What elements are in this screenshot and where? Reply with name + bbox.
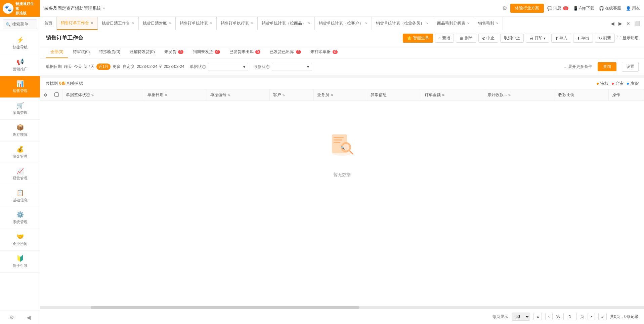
tab-profit[interactable]: 销售毛利 ✕ — [474, 17, 503, 30]
filter-date-yesterday[interactable]: 昨天 — [64, 64, 72, 70]
filter-payment-select[interactable]: ▾ — [272, 63, 312, 71]
sidebar-item-sales[interactable]: 📊 销售管理 — [0, 76, 40, 98]
filter-settings-button[interactable]: 设置 — [622, 62, 639, 72]
user-action[interactable]: 👤 用友 — [626, 5, 640, 11]
logo-line2: 标准版 — [15, 11, 37, 15]
subtab-shipped-stored[interactable]: 已发货已出库 0 — [265, 46, 306, 58]
sidebar-search[interactable]: 🔍 搜索菜单 — [0, 17, 40, 32]
sidebar-footer: ⚙ ◀ — [0, 311, 40, 324]
col-number[interactable]: 单据编号 ⇅ — [207, 89, 270, 101]
export-button[interactable]: ⬇ 导出 — [573, 34, 593, 43]
sidebar-item-system[interactable]: ⚙️ 系统管理 — [0, 207, 40, 229]
tab-sales-stats[interactable]: 销售订单统计表 ✕ — [176, 17, 217, 30]
tabs-scroll-right[interactable]: ▶ — [617, 20, 624, 27]
tab-cash-reconcile-close[interactable]: ✕ — [169, 22, 171, 25]
delete-button[interactable]: 🗑 删除 — [456, 34, 476, 43]
first-page-button[interactable]: « — [533, 313, 542, 320]
tab-cash-daily[interactable]: 钱货日清工作台 ✕ — [98, 17, 139, 30]
tab-sales-exec[interactable]: 销售订单执行表 ✕ — [217, 17, 258, 30]
tab-margin[interactable]: 商品毛利分析表 ✕ — [433, 17, 474, 30]
tab-sales-stats-close[interactable]: ✕ — [210, 22, 212, 25]
tab-cash-daily-close[interactable]: ✕ — [132, 22, 134, 25]
prev-page-button[interactable]: ‹ — [545, 313, 553, 320]
expand-filter-button[interactable]: ⌄ 展开更多条件 — [564, 64, 592, 70]
tab-sales-workbench[interactable]: 销售订单工作台 ✕ — [57, 17, 98, 30]
app-download-action[interactable]: 📱 App下载 — [573, 5, 594, 11]
tabs-maximize[interactable]: ⬜ — [633, 20, 641, 27]
filter-date-today[interactable]: 今天 — [74, 64, 82, 70]
tab-margin-close[interactable]: ✕ — [467, 22, 470, 25]
tab-home[interactable]: 首页 — [40, 17, 57, 30]
tab-summary-staff-close[interactable]: ✕ — [426, 22, 429, 25]
tab-summary-staff[interactable]: 销货单统计表（按业务员） ✕ — [372, 17, 433, 30]
footer-collapse-icon[interactable]: ◀ — [27, 314, 31, 321]
query-button[interactable]: 查询 — [598, 62, 616, 71]
review-button[interactable]: 审核 — [597, 81, 608, 86]
sidebar-item-inventory[interactable]: 📦 库存核算 — [0, 120, 40, 141]
subtab-pending-inspect[interactable]: 待拣验货(0) — [94, 46, 125, 58]
subtab-all[interactable]: 全部(0) — [46, 46, 68, 58]
sidebar-item-marketing[interactable]: 📢 营销推广 — [0, 54, 40, 76]
col-customer[interactable]: 客户 ⇅ — [270, 89, 314, 101]
tab-summary-customer-close[interactable]: ✕ — [365, 22, 368, 25]
tab-sales-workbench-close[interactable]: ✕ — [91, 21, 93, 25]
col-status[interactable]: 单据整体状态 ⇅ — [62, 89, 144, 101]
filter-date-1month[interactable]: 近1月 — [96, 64, 111, 70]
tab-summary-product[interactable]: 销货单统计表（按商品） ✕ — [258, 17, 315, 30]
ship-button[interactable]: 发货 — [627, 81, 639, 86]
subtab-unprinted[interactable]: 未打印单据 0 — [306, 46, 342, 58]
unreviewed-button[interactable]: 弃审 — [612, 81, 624, 86]
filter-status-select[interactable]: ▾ — [208, 63, 248, 71]
tab-profit-close[interactable]: ✕ — [496, 22, 499, 25]
next-page-button[interactable]: › — [588, 313, 595, 320]
sidebar-item-finance[interactable]: 💰 资金管理 — [0, 141, 40, 163]
subtab-unshipped[interactable]: 未发货 0 — [160, 46, 188, 58]
subtab-pending-review[interactable]: 待审核(0) — [68, 46, 95, 58]
filter-date-7days[interactable]: 近7天 — [84, 64, 94, 70]
scrollbar-thumb[interactable] — [91, 306, 359, 309]
per-page-select[interactable]: 50 10 20 100 — [512, 313, 530, 321]
horizontal-scrollbar[interactable] — [40, 306, 644, 309]
filter-date-more[interactable]: 更多 — [113, 64, 121, 70]
online-service-action[interactable]: 🎧 在线客服 — [599, 5, 621, 11]
show-detail-checkbox[interactable] — [617, 36, 621, 40]
col-checkbox[interactable] — [51, 89, 62, 101]
refresh-button[interactable]: ↻ 刷新 — [595, 34, 615, 43]
sidebar-item-basic[interactable]: 📋 基础信息 — [0, 185, 40, 207]
stop-button[interactable]: ⊘ 中止 — [478, 34, 498, 43]
tabs-close-all[interactable]: ✕ — [625, 20, 632, 27]
footer-settings-icon[interactable]: ⚙ — [9, 314, 14, 321]
settings-gear-icon[interactable]: ⚙ — [502, 5, 507, 11]
sidebar-item-purchase[interactable]: 🛒 采购管理 — [0, 98, 40, 120]
subtab-wangpu[interactable]: 旺铺待发货(0) — [125, 46, 160, 58]
col-staff[interactable]: 业务员 ⇅ — [314, 89, 367, 101]
select-all-checkbox[interactable] — [54, 92, 59, 97]
sidebar-item-guide[interactable]: 🔰 新手引导 — [0, 251, 40, 273]
add-button[interactable]: + 新增 — [435, 34, 454, 43]
import-button[interactable]: ⬆ 导入 — [551, 34, 571, 43]
trial-button[interactable]: 体验行业方案 — [510, 4, 544, 13]
messages-action[interactable]: 💬 消息 6 — [547, 5, 568, 11]
col-amount[interactable]: 订单金额 ⇅ — [421, 89, 484, 101]
search-menu-button[interactable]: 🔍 搜索菜单 — [3, 19, 37, 29]
page-input[interactable] — [563, 313, 577, 320]
col-collected[interactable]: 累计收款... ⇅ — [484, 89, 555, 101]
ai-button[interactable]: ⭐ 智能生单 — [403, 34, 433, 43]
print-button[interactable]: 🖨 打印 ▾ — [526, 34, 549, 43]
last-page-button[interactable]: » — [598, 313, 607, 320]
cancel-stop-button[interactable]: 取消中止 — [500, 34, 524, 43]
tab-cash-reconcile[interactable]: 钱货日清对账 ✕ — [139, 17, 176, 30]
sidebar-item-enterprise[interactable]: 🤝 企业协同 — [0, 229, 40, 251]
sidebar-item-quick-nav[interactable]: ⚡ 快捷导航 — [0, 32, 40, 54]
tab-summary-customer[interactable]: 销货单统计表（按客户） ✕ — [315, 17, 372, 30]
subtab-overdue[interactable]: 到期未发货 0 — [188, 46, 225, 58]
col-date[interactable]: 单据日期 ⇅ — [144, 89, 207, 101]
tab-summary-product-close[interactable]: ✕ — [308, 22, 310, 25]
tab-sales-exec-close[interactable]: ✕ — [251, 22, 253, 25]
tabs-scroll-left[interactable]: ◀ — [609, 20, 616, 27]
show-detail-label[interactable]: 显示明细 — [617, 35, 639, 41]
filter-date-custom[interactable]: 自定义 — [123, 64, 135, 70]
subtab-shipped-not-stored[interactable]: 已发货未出库 0 — [225, 46, 265, 58]
col-gear[interactable]: ⚙ — [40, 89, 51, 101]
sidebar-item-operation[interactable]: 📈 经营管理 — [0, 163, 40, 185]
